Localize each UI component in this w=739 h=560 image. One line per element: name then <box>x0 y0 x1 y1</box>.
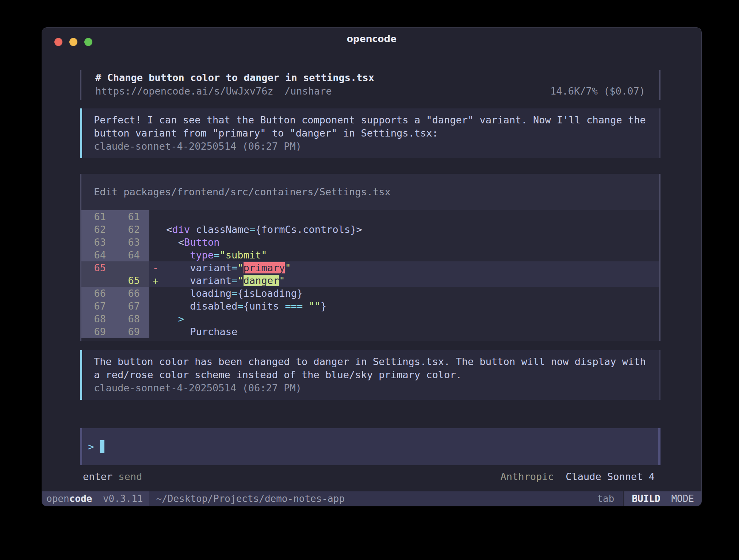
diff-row: 65+ variant="danger" <box>81 274 659 287</box>
token-cost-stats: 14.6K/7% ($0.07) <box>550 84 645 98</box>
diff-code-line: variant="danger" <box>160 274 659 287</box>
send-hint-label: send <box>118 470 142 483</box>
code-token: " <box>279 275 285 286</box>
code-token: = <box>249 224 255 235</box>
old-line-number: 67 <box>81 300 115 312</box>
diff-row: 6868 > <box>81 312 659 325</box>
diff-row: 6969 Purchase <box>81 325 659 338</box>
code-token: === <box>285 300 303 312</box>
assistant-message: The button color has been changed to dan… <box>80 350 660 400</box>
session-header: # Change button color to danger in setti… <box>80 70 660 100</box>
code-token <box>160 288 190 299</box>
mode-toggle-chip[interactable]: BUILD MODE <box>623 491 701 506</box>
code-token: > <box>356 224 362 235</box>
diff-sign <box>149 287 160 300</box>
message-line: button variant from "primary" to "danger… <box>94 127 648 140</box>
code-token: className <box>196 224 249 235</box>
mode-label: MODE <box>671 493 694 504</box>
old-line-number: 61 <box>81 210 115 223</box>
diff-row: 6161 <box>81 210 659 223</box>
new-line-number <box>115 261 149 274</box>
diff-table: 61616262 <div className={formCs.controls… <box>81 210 659 338</box>
code-token: Purchase <box>190 326 237 337</box>
code-token: disabled <box>190 300 237 312</box>
code-token: " <box>285 262 291 273</box>
diff-code-line: disabled={units === ""} <box>160 300 659 312</box>
diff-sign: - <box>149 261 160 274</box>
code-token: danger <box>244 275 279 286</box>
code-token: variant <box>190 262 231 273</box>
diff-row: 6666 loading={isLoading} <box>81 287 659 300</box>
diff-sign <box>149 300 160 312</box>
old-line-number: 69 <box>81 325 115 338</box>
new-line-number: 61 <box>115 210 149 223</box>
code-token: Button <box>184 237 220 248</box>
message-line: a red/rose color scheme instead of the b… <box>94 368 648 381</box>
message-line: Perfect! I can see that the Button compo… <box>94 114 648 127</box>
old-line-number: 64 <box>81 249 115 261</box>
model-name: Claude Sonnet 4 <box>566 471 655 482</box>
code-token: = <box>214 249 219 261</box>
tab-key-hint: tab <box>597 493 614 504</box>
code-token <box>303 300 309 312</box>
unshare-command[interactable]: /unshare <box>284 84 332 98</box>
window-title: opencode <box>42 28 701 49</box>
diff-sign <box>149 312 160 325</box>
code-token <box>160 313 178 325</box>
assistant-message: Perfect! I can see that the Button compo… <box>80 108 660 158</box>
code-token: < <box>160 224 172 235</box>
code-token: primary <box>244 262 285 273</box>
code-token: " <box>237 262 243 273</box>
old-line-number <box>81 274 115 287</box>
code-token: = <box>231 275 237 286</box>
code-token: = <box>231 262 237 273</box>
code-token: "submit" <box>220 249 267 261</box>
old-line-number: 68 <box>81 312 115 325</box>
old-line-number: 63 <box>81 236 115 249</box>
brand-code-label: code <box>69 493 92 504</box>
code-token: > <box>178 313 184 325</box>
app-version-chip: opencode v0.3.11 <box>42 491 149 506</box>
share-url-link[interactable]: https://opencode.ai/s/UwJxv76z <box>95 84 273 98</box>
diff-row: 6767 disabled={units === ""} <box>81 300 659 312</box>
diff-code-line <box>160 210 659 223</box>
code-token <box>160 249 190 261</box>
old-line-number: 62 <box>81 223 115 236</box>
opencode-window: opencode # Change button color to danger… <box>42 27 702 506</box>
working-directory-path: ~/Desktop/Projects/demo-notes-app <box>156 493 345 504</box>
old-line-number: 65 <box>81 261 115 274</box>
window-titlebar: opencode <box>42 28 701 49</box>
new-line-number: 65 <box>115 274 149 287</box>
brand-open-label: open <box>46 493 69 504</box>
diff-sign <box>149 236 160 249</box>
diff-code-line: type="submit" <box>160 249 659 261</box>
code-token: < <box>160 237 184 248</box>
diff-sign <box>149 223 160 236</box>
status-bar: opencode v0.3.11 ~/Desktop/Projects/demo… <box>42 491 701 506</box>
prompt-chevron: > <box>88 441 94 452</box>
new-line-number: 64 <box>115 249 149 261</box>
old-line-number: 66 <box>81 287 115 300</box>
enter-key-hint: enter <box>80 470 112 483</box>
session-title: # Change button color to danger in setti… <box>95 71 645 84</box>
prompt-input[interactable]: > <box>80 428 660 465</box>
message-model-timestamp: claude-sonnet-4-20250514 (06:27 PM) <box>94 140 648 153</box>
new-line-number: 62 <box>115 223 149 236</box>
diff-row: 65- variant="primary" <box>81 261 659 274</box>
new-line-number: 68 <box>115 312 149 325</box>
diff-row: 6464 type="submit" <box>81 249 659 261</box>
app-version: v0.3.11 <box>103 493 143 504</box>
diff-sign: + <box>149 274 160 287</box>
model-indicator: Anthropic Claude Sonnet 4 <box>501 470 660 483</box>
diff-sign <box>149 210 160 223</box>
code-token: type <box>190 249 214 261</box>
diff-row: 6363 <Button <box>81 236 659 249</box>
diff-sign <box>149 249 160 261</box>
code-token <box>160 326 190 337</box>
composer-hint-row: enter send Anthropic Claude Sonnet 4 <box>80 470 660 483</box>
new-line-number: 69 <box>115 325 149 338</box>
code-token: } <box>321 300 326 312</box>
message-line: The button color has been changed to dan… <box>94 355 648 368</box>
diff-code-line: <Button <box>160 236 659 249</box>
code-token: div <box>172 224 190 235</box>
